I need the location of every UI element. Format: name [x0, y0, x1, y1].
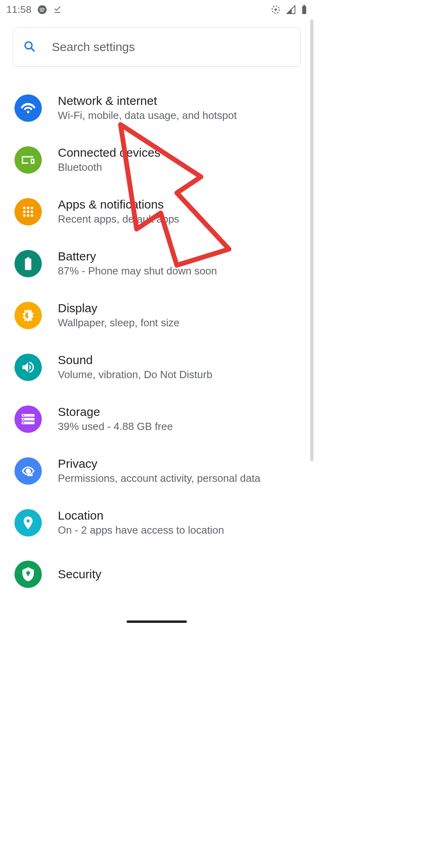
- setting-network-internet[interactable]: Network & internet Wi-Fi, mobile, data u…: [0, 82, 313, 134]
- svg-point-14: [31, 214, 33, 217]
- setting-title: Location: [58, 509, 224, 522]
- setting-sub: Bluetooth: [58, 161, 160, 174]
- setting-storage[interactable]: Storage 39% used - 4.88 GB free: [0, 393, 313, 445]
- svg-rect-2: [302, 6, 306, 14]
- setting-title: Storage: [58, 405, 173, 419]
- setting-connected-devices[interactable]: Connected devices Bluetooth: [0, 134, 313, 186]
- svg-point-9: [23, 210, 25, 213]
- setting-apps-notifications[interactable]: Apps & notifications Recent apps, defaul…: [0, 186, 313, 237]
- status-right: [271, 5, 307, 14]
- setting-title: Apps & notifications: [58, 198, 179, 211]
- setting-title: Security: [58, 567, 101, 581]
- setting-title: Connected devices: [58, 146, 160, 160]
- setting-security[interactable]: Security: [0, 549, 313, 588]
- svg-line-5: [31, 48, 34, 51]
- status-bar: 11:58: [0, 0, 313, 19]
- svg-point-7: [27, 207, 29, 209]
- setting-privacy[interactable]: Privacy Permissions, account activity, p…: [0, 445, 313, 497]
- setting-sub: Wi-Fi, mobile, data usage, and hotspot: [58, 109, 237, 122]
- setting-location[interactable]: Location On - 2 apps have access to loca…: [0, 497, 313, 549]
- setting-title: Display: [58, 301, 180, 315]
- privacy-icon: [14, 457, 42, 485]
- svg-point-11: [31, 210, 33, 213]
- location-icon: [14, 509, 42, 536]
- search-wrap: Search settings: [0, 19, 313, 70]
- setting-sound[interactable]: Sound Volume, vibration, Do Not Disturb: [0, 341, 313, 393]
- search-settings[interactable]: Search settings: [13, 27, 301, 67]
- status-left: 11:58: [6, 4, 62, 15]
- settings-list: Network & internet Wi-Fi, mobile, data u…: [0, 70, 313, 588]
- battery-full-icon: [14, 250, 42, 277]
- setting-title: Sound: [58, 353, 212, 367]
- svg-point-8: [31, 207, 33, 209]
- spotify-icon: [37, 5, 47, 14]
- scrollbar[interactable]: [310, 19, 313, 461]
- setting-sub: Volume, vibration, Do Not Disturb: [58, 368, 212, 381]
- devices-icon: [14, 146, 42, 174]
- nav-home-indicator[interactable]: [127, 620, 187, 623]
- svg-point-6: [23, 207, 25, 209]
- search-icon: [23, 40, 36, 54]
- svg-point-13: [27, 214, 29, 217]
- svg-rect-3: [303, 5, 305, 6]
- svg-point-10: [27, 210, 29, 213]
- svg-point-12: [23, 214, 25, 217]
- data-saver-icon: [271, 5, 280, 14]
- setting-battery[interactable]: Battery 87% - Phone may shut down soon: [0, 237, 313, 289]
- download-done-icon: [53, 5, 62, 14]
- setting-title: Battery: [58, 250, 217, 263]
- setting-sub: Wallpaper, sleep, font size: [58, 317, 180, 329]
- setting-title: Privacy: [58, 457, 260, 471]
- search-placeholder: Search settings: [52, 40, 135, 54]
- setting-sub: 87% - Phone may shut down soon: [58, 265, 217, 277]
- brightness-icon: [14, 302, 42, 329]
- status-time: 11:58: [6, 4, 32, 15]
- signal-icon: [286, 5, 296, 14]
- setting-sub: Recent apps, default apps: [58, 213, 179, 225]
- apps-icon: [14, 198, 42, 225]
- sound-icon: [14, 354, 42, 381]
- setting-sub: Permissions, account activity, personal …: [58, 472, 260, 485]
- setting-sub: 39% used - 4.88 GB free: [58, 420, 173, 433]
- setting-display[interactable]: Display Wallpaper, sleep, font size: [0, 289, 313, 341]
- battery-icon: [301, 5, 307, 14]
- wifi-icon: [14, 94, 42, 122]
- security-icon: [14, 561, 42, 588]
- setting-title: Network & internet: [58, 94, 237, 108]
- storage-icon: [14, 405, 42, 433]
- setting-sub: On - 2 apps have access to location: [58, 524, 224, 536]
